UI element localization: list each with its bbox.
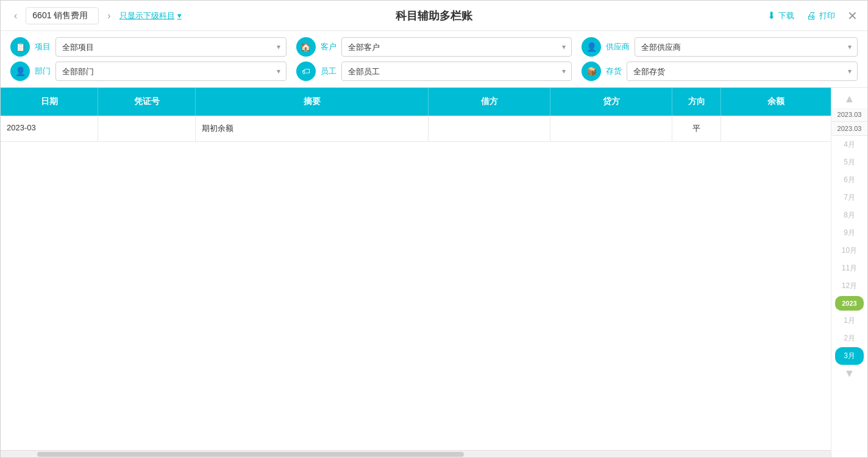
customer-select-wrapper: 全部客户 ▾ [341,37,572,57]
inventory-icon: 📦 [582,62,601,81]
title-bar-left: ‹ 6601 销售费用 › 只显示下级科目 ▾ [10,7,182,24]
project-select[interactable]: 全部项目 [55,37,286,57]
timeline-sidebar: ▲ 2023.03 2023.03 4月 5月 6月 7月 8月 9月 10月 … [831,88,867,457]
filter-row-2: 👤 部门 全部部门 ▾ 🏷 员工 全部员工 ▾ [10,62,858,81]
table-area: 日期 凭证号 摘要 借方 贷方 方向 余额 2023-03 期初余额 平 [1,88,831,457]
department-icon: 👤 [10,62,30,81]
nav-prev-button[interactable]: ‹ [10,9,21,23]
title-bar: ‹ 6601 销售费用 › 只显示下级科目 ▾ 科目辅助多栏账 ⬇ 下载 🖨 打… [1,1,867,31]
table-row[interactable]: 2023-03 期初余额 平 [1,116,831,142]
project-icon: 📋 [10,37,30,57]
timeline-month-1[interactable]: 1月 [831,312,867,329]
cell-date: 2023-03 [1,116,98,141]
show-sub-toggle[interactable]: 只显示下级科目 ▾ [119,10,182,21]
nav-next-button[interactable]: › [104,9,114,23]
cell-voucher [98,116,196,141]
close-button[interactable]: ✕ [847,9,858,23]
timeline-month-7[interactable]: 7月 [831,189,867,206]
timeline-month-6[interactable]: 6月 [831,171,867,189]
filter-row-1: 📋 项目 全部项目 ▾ 🏠 客户 全部客户 ▾ [10,37,858,57]
table-header: 日期 凭证号 摘要 借方 贷方 方向 余额 [1,88,831,116]
timeline-down-button[interactable]: ▼ [831,365,867,382]
col-header-credit: 贷方 [550,88,672,116]
timeline-month-3[interactable]: 3月 [835,347,864,365]
timeline-year-2023[interactable]: 2023 [835,296,864,311]
filter-item-employee: 🏷 员工 全部员工 ▾ [296,62,572,81]
supplier-select[interactable]: 全部供应商 [635,37,858,57]
scrollbar-thumb[interactable] [37,452,464,457]
timeline-month-12[interactable]: 12月 [831,277,867,295]
timeline-month-11[interactable]: 11月 [831,259,867,277]
supplier-label: 供应商 [606,41,630,52]
cell-balance [721,116,831,141]
col-header-direction: 方向 [672,88,721,116]
account-code-display[interactable]: 6601 销售费用 [26,7,99,24]
filter-item-project: 📋 项目 全部项目 ▾ [10,37,286,57]
page-title: 科目辅助多栏账 [396,9,472,23]
filter-item-customer: 🏠 客户 全部客户 ▾ [296,37,572,57]
filter-area: 📋 项目 全部项目 ▾ 🏠 客户 全部客户 ▾ [1,31,867,88]
project-select-wrapper: 全部项目 ▾ [55,37,286,57]
customer-label: 客户 [321,41,336,52]
download-label: 下载 [778,10,794,21]
inventory-label: 存货 [606,66,622,77]
department-select-wrapper: 全部部门 ▾ [55,62,286,81]
col-header-summary: 摘要 [196,88,429,116]
inventory-select[interactable]: 全部存货 [627,62,858,81]
main-window: ‹ 6601 销售费用 › 只显示下级科目 ▾ 科目辅助多栏账 ⬇ 下载 🖨 打… [0,0,868,458]
title-bar-right: ⬇ 下载 🖨 打印 ✕ [767,9,858,23]
table-body: 2023-03 期初余额 平 [1,116,831,450]
cell-direction: 平 [672,116,721,141]
cell-summary: 期初余额 [196,116,429,141]
employee-select[interactable]: 全部员工 [341,62,572,81]
show-sub-arrow-icon: ▾ [177,11,182,20]
filter-item-supplier: 👤 供应商 全部供应商 ▾ [582,37,858,57]
supplier-icon: 👤 [582,37,601,57]
timeline-up-button[interactable]: ▲ [831,90,867,108]
col-header-debit: 借方 [429,88,550,116]
main-content: 日期 凭证号 摘要 借方 贷方 方向 余额 2023-03 期初余额 平 [1,88,867,457]
print-label: 打印 [819,10,835,21]
customer-select[interactable]: 全部客户 [341,37,572,57]
department-label: 部门 [35,66,51,77]
timeline-header-2[interactable]: 2023.03 [831,122,867,136]
employee-label: 员工 [321,66,336,77]
employee-icon: 🏷 [296,62,316,81]
timeline-header-1[interactable]: 2023.03 [831,108,867,122]
col-header-date: 日期 [1,88,98,116]
show-sub-text: 只显示下级科目 [119,10,175,21]
print-button[interactable]: 🖨 打印 [806,10,835,21]
timeline-month-9[interactable]: 9月 [831,224,867,242]
download-icon: ⬇ [767,10,775,21]
download-button[interactable]: ⬇ 下载 [767,10,794,21]
project-label: 项目 [35,41,51,52]
col-header-balance: 余额 [721,88,831,116]
supplier-select-wrapper: 全部供应商 ▾ [635,37,858,57]
timeline-month-4[interactable]: 4月 [831,136,867,153]
cell-debit [429,116,550,141]
horizontal-scrollbar[interactable] [1,450,831,457]
inventory-select-wrapper: 全部存货 ▾ [627,62,858,81]
department-select[interactable]: 全部部门 [55,62,286,81]
timeline-month-8[interactable]: 8月 [831,206,867,224]
print-icon: 🖨 [806,10,816,21]
filter-item-department: 👤 部门 全部部门 ▾ [10,62,286,81]
employee-select-wrapper: 全部员工 ▾ [341,62,572,81]
customer-icon: 🏠 [296,37,316,57]
timeline-month-10[interactable]: 10月 [831,242,867,259]
cell-credit [550,116,672,141]
col-header-voucher: 凭证号 [98,88,196,116]
timeline-month-5[interactable]: 5月 [831,153,867,171]
timeline-month-2[interactable]: 2月 [831,329,867,347]
filter-item-inventory: 📦 存货 全部存货 ▾ [582,62,858,81]
